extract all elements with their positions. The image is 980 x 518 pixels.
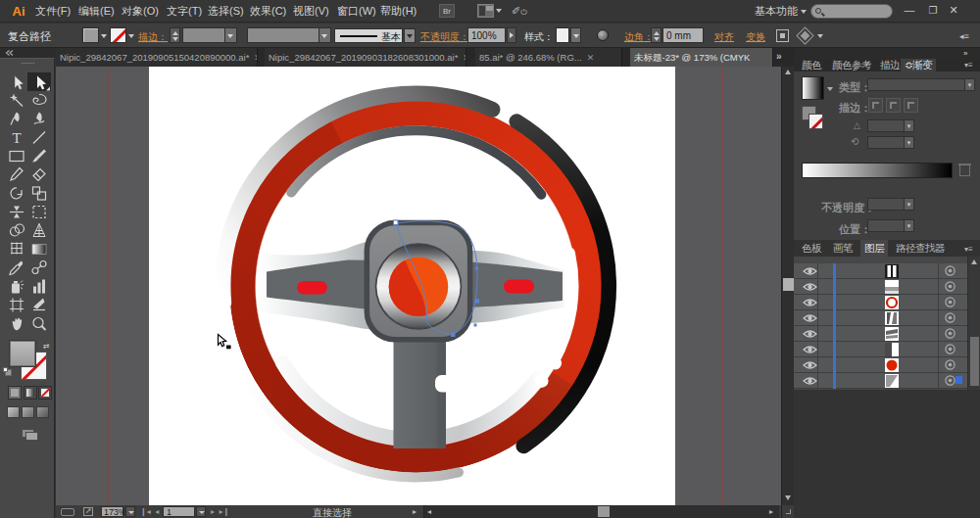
svg-text:T: T (12, 130, 21, 146)
